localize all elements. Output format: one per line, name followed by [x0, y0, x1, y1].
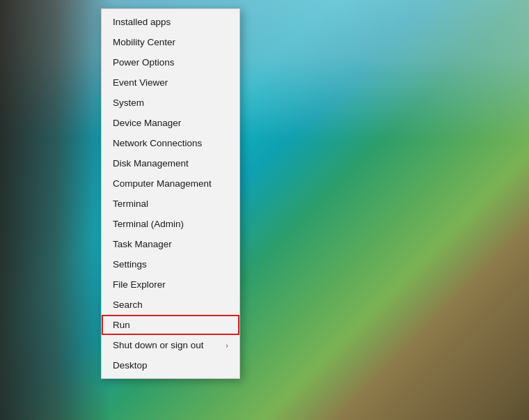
menu-item-network-connections[interactable]: Network Connections [102, 133, 239, 153]
context-menu: Installed appsMobility CenterPower Optio… [101, 8, 240, 379]
menu-item-system[interactable]: System [102, 93, 239, 113]
menu-item-settings[interactable]: Settings [102, 254, 239, 274]
menu-item-search[interactable]: Search [102, 295, 239, 315]
menu-item-label-computer-management: Computer Management [113, 178, 212, 189]
menu-item-computer-management[interactable]: Computer Management [102, 173, 239, 194]
menu-item-label-terminal-admin: Terminal (Admin) [113, 219, 184, 229]
menu-item-event-viewer[interactable]: Event Viewer [102, 72, 239, 93]
menu-item-terminal-admin[interactable]: Terminal (Admin) [102, 214, 239, 234]
menu-item-label-search: Search [113, 300, 143, 310]
menu-item-label-network-connections: Network Connections [113, 138, 202, 148]
menu-item-label-file-explorer: File Explorer [113, 279, 166, 290]
menu-item-mobility-center[interactable]: Mobility Center [102, 32, 239, 52]
menu-item-power-options[interactable]: Power Options [102, 52, 239, 72]
menu-item-label-device-manager: Device Manager [113, 118, 181, 128]
menu-item-task-manager[interactable]: Task Manager [102, 234, 239, 254]
menu-item-run[interactable]: Run [102, 315, 239, 335]
menu-item-label-event-viewer: Event Viewer [113, 77, 168, 88]
menu-item-label-system: System [113, 98, 144, 108]
menu-item-label-shut-down: Shut down or sign out [113, 340, 204, 350]
menu-item-file-explorer[interactable]: File Explorer [102, 274, 239, 295]
menu-item-label-disk-management: Disk Management [113, 158, 189, 169]
menu-item-label-settings: Settings [113, 259, 147, 270]
menu-item-installed-apps[interactable]: Installed apps [102, 12, 239, 32]
menu-item-desktop[interactable]: Desktop [102, 355, 239, 375]
menu-item-terminal[interactable]: Terminal [102, 194, 239, 214]
menu-item-device-manager[interactable]: Device Manager [102, 113, 239, 133]
menu-item-label-installed-apps: Installed apps [113, 17, 171, 27]
menu-item-label-task-manager: Task Manager [113, 239, 172, 249]
menu-item-label-desktop: Desktop [113, 360, 148, 371]
menu-item-label-power-options: Power Options [113, 57, 175, 68]
menu-item-shut-down[interactable]: Shut down or sign out› [102, 335, 239, 355]
menu-item-label-mobility-center: Mobility Center [113, 37, 175, 47]
menu-item-label-terminal: Terminal [113, 199, 148, 209]
menu-item-label-run: Run [113, 320, 130, 330]
menu-item-disk-management[interactable]: Disk Management [102, 153, 239, 173]
cliff-overlay [0, 0, 111, 420]
submenu-chevron-shut-down: › [226, 341, 228, 350]
